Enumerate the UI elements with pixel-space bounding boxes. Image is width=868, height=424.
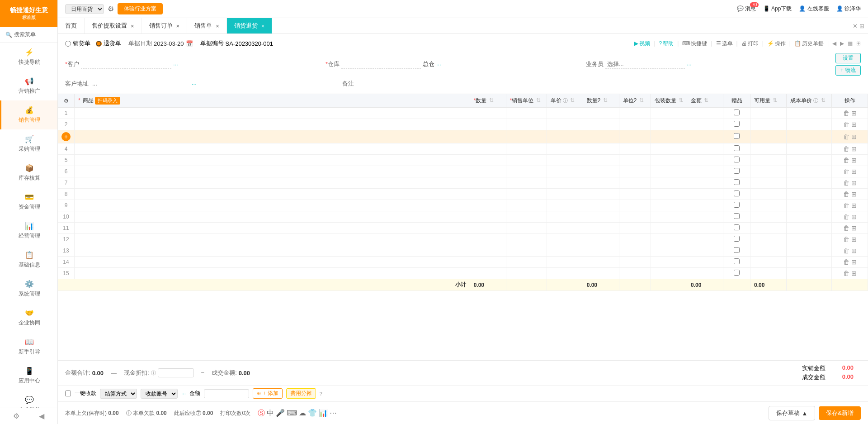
unit-cell-9[interactable]: [506, 200, 547, 211]
cost-price-cell-13[interactable]: [787, 245, 832, 257]
delete-btn-12[interactable]: 🗑: [843, 236, 849, 243]
user-profile[interactable]: 👤 徐泽华: [836, 5, 861, 13]
available-cell-12[interactable]: [750, 234, 787, 245]
amount-cell-6[interactable]: [687, 166, 723, 177]
amount-cell-7[interactable]: [687, 177, 723, 189]
goods-cell-11[interactable]: [75, 223, 470, 234]
unit-sort-icon[interactable]: ⇅: [536, 97, 541, 104]
cost-price-cell-8[interactable]: [787, 189, 832, 200]
copy-btn-5[interactable]: ⊞: [851, 157, 857, 164]
copy-btn-10[interactable]: ⊞: [851, 213, 857, 220]
pkg-sort-icon[interactable]: ⇅: [679, 97, 683, 104]
cost-sort-icon[interactable]: ⇅: [821, 97, 826, 104]
save-draft-dropdown[interactable]: ▲: [802, 410, 807, 417]
copy-btn-3[interactable]: ⊞: [851, 133, 857, 140]
sidebar-item-quick-nav[interactable]: ⚡ 快捷导航: [0, 43, 57, 71]
available-cell-6[interactable]: [750, 166, 787, 177]
view-list-btn[interactable]: ▦: [848, 40, 853, 47]
qty-cell-12[interactable]: [470, 234, 506, 245]
price-cell-4[interactable]: [547, 143, 583, 155]
gift-cell-4[interactable]: [723, 143, 750, 155]
price-cell-10[interactable]: [547, 211, 583, 223]
delete-btn-6[interactable]: 🗑: [843, 168, 849, 175]
topbar-settings-icon[interactable]: ⚙: [108, 5, 114, 13]
expand-tab-btn[interactable]: ⊞: [859, 23, 864, 29]
customer-input[interactable]: [81, 60, 171, 69]
qty-cell-8[interactable]: [470, 189, 506, 200]
available-sort-icon[interactable]: ⇅: [773, 97, 777, 104]
price-cell-14[interactable]: [547, 257, 583, 268]
gift-checkbox-6[interactable]: [734, 168, 740, 174]
view-card-btn[interactable]: ⊞: [856, 40, 861, 47]
copy-btn-12[interactable]: ⊞: [851, 236, 857, 243]
gift-cell-11[interactable]: [723, 223, 750, 234]
warehouse-select-btn[interactable]: ···: [436, 61, 441, 68]
pkg-qty-cell-13[interactable]: [651, 245, 687, 257]
amount-cell-3[interactable]: [687, 130, 723, 143]
copy-btn-6[interactable]: ⊞: [851, 168, 857, 175]
unit2-cell-8[interactable]: [619, 189, 651, 200]
price-cell-8[interactable]: [547, 189, 583, 200]
pkg-qty-cell-12[interactable]: [651, 234, 687, 245]
qty-cell-3[interactable]: [470, 130, 506, 143]
sidebar-item-finance[interactable]: 💳 资金管理: [0, 187, 57, 216]
goods-cell-10[interactable]: [75, 211, 470, 223]
gift-checkbox-15[interactable]: [734, 270, 740, 276]
cloud-icon[interactable]: ☁: [299, 409, 306, 418]
goods-cell-7[interactable]: [75, 177, 470, 189]
qty-sort-icon[interactable]: ⇅: [489, 97, 494, 104]
price-info-icon[interactable]: ⓘ: [563, 98, 568, 103]
tab-returns-close[interactable]: ×: [261, 23, 265, 29]
gift-cell-12[interactable]: [723, 234, 750, 245]
sidebar-item-system[interactable]: ⚙️ 系统管理: [0, 274, 57, 303]
tab-price-extract-close[interactable]: ×: [131, 23, 134, 29]
available-cell-14[interactable]: [750, 257, 787, 268]
qty2-cell-10[interactable]: [583, 211, 619, 223]
add-row-cell[interactable]: +: [58, 130, 75, 143]
qty-cell-13[interactable]: [470, 245, 506, 257]
sidebar-item-apps[interactable]: 📱 应用中心: [0, 361, 57, 390]
available-cell-8[interactable]: [750, 189, 787, 200]
qty-cell-4[interactable]: [470, 143, 506, 155]
gift-cell-14[interactable]: [723, 257, 750, 268]
cost-price-cell-11[interactable]: [787, 223, 832, 234]
delete-btn-2[interactable]: 🗑: [843, 121, 849, 128]
price-cell-15[interactable]: [547, 268, 583, 279]
cost-price-cell-15[interactable]: [787, 268, 832, 279]
copy-btn-11[interactable]: ⊞: [851, 224, 857, 232]
unit2-cell-2[interactable]: [619, 119, 651, 130]
price-cell-7[interactable]: [547, 177, 583, 189]
salesperson-input[interactable]: [605, 60, 685, 69]
pkg-qty-cell-8[interactable]: [651, 189, 687, 200]
pkg-qty-cell-14[interactable]: [651, 257, 687, 268]
nav-prev-btn[interactable]: ◀: [832, 40, 836, 47]
unit2-cell-13[interactable]: [619, 245, 651, 257]
module-select[interactable]: 日用百货: [65, 4, 104, 14]
qty-cell-15[interactable]: [470, 268, 506, 279]
available-cell-9[interactable]: [750, 200, 787, 211]
price-cell-6[interactable]: [547, 166, 583, 177]
delete-btn-10[interactable]: 🗑: [843, 213, 849, 220]
add-payment-btn[interactable]: ⊕ + 添加: [253, 388, 283, 399]
goods-cell-1[interactable]: [75, 108, 470, 119]
sidebar-item-sales[interactable]: 💰 销售管理: [0, 100, 57, 129]
qty-cell-2[interactable]: [470, 119, 506, 130]
available-cell-3[interactable]: [750, 130, 787, 143]
pkg-qty-cell-6[interactable]: [651, 166, 687, 177]
price-cell-1[interactable]: [547, 108, 583, 119]
qty-cell-1[interactable]: [470, 108, 506, 119]
available-cell-1[interactable]: [750, 108, 787, 119]
pkg-qty-cell-7[interactable]: [651, 177, 687, 189]
copy-btn-2[interactable]: ⊞: [851, 121, 857, 128]
unit-cell-5[interactable]: [506, 155, 547, 166]
goods-cell-3[interactable]: [75, 130, 470, 143]
scan-input-btn[interactable]: 扫码录入: [95, 97, 120, 105]
radio-sales-input[interactable]: [65, 41, 71, 47]
sidebar-item-basic-info[interactable]: 📋 基础信息: [0, 245, 57, 274]
cost-price-cell-12[interactable]: [787, 234, 832, 245]
goods-cell-14[interactable]: [75, 257, 470, 268]
price-cell-2[interactable]: [547, 119, 583, 130]
delete-btn-3[interactable]: 🗑: [843, 133, 849, 140]
goods-cell-8[interactable]: [75, 189, 470, 200]
goods-cell-2[interactable]: [75, 119, 470, 130]
